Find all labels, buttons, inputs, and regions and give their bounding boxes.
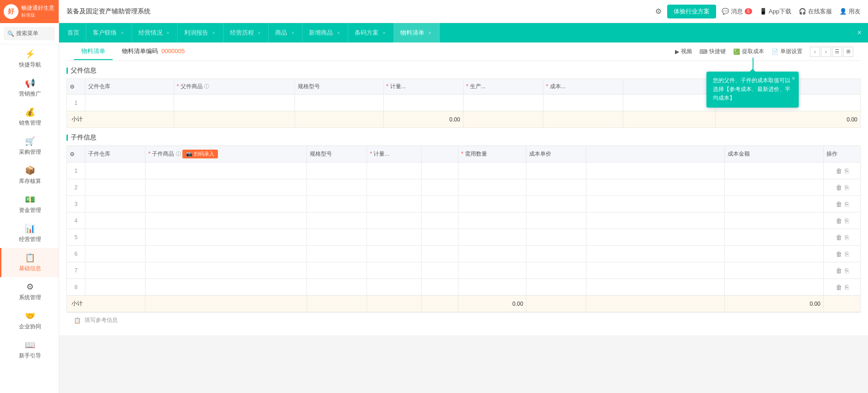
- tab-goods-close[interactable]: ×: [290, 30, 295, 36]
- copy-icon-row-8[interactable]: ⎘: [845, 284, 849, 291]
- tab-profit[interactable]: 利润报告 ×: [178, 23, 223, 42]
- child-row-1-spec[interactable]: [307, 163, 367, 179]
- single-settings-action[interactable]: 📄 单据设置: [772, 48, 802, 55]
- sidebar-item-purchase[interactable]: 🛒 采购管理: [0, 132, 59, 161]
- view-action[interactable]: ▶ 视频: [675, 48, 692, 55]
- sidebar-item-enterprise[interactable]: 🤝 企业协同: [0, 306, 59, 335]
- extract-cost-action[interactable]: 💹 提取成本: [733, 48, 764, 55]
- child-row-4-unit[interactable]: [367, 212, 422, 229]
- delete-icon-row-1[interactable]: 🗑: [836, 167, 842, 175]
- child-row-6-warehouse[interactable]: [85, 246, 145, 262]
- parent-row-1-warehouse[interactable]: [85, 95, 174, 111]
- child-row-2-warehouse[interactable]: [85, 179, 145, 196]
- parent-row-1-product[interactable]: [174, 95, 295, 111]
- child-row-6-product[interactable]: [145, 246, 307, 262]
- child-row-5-warehouse[interactable]: [85, 229, 145, 246]
- child-row-8-qty[interactable]: [458, 279, 526, 296]
- child-row-3-product[interactable]: [145, 196, 307, 212]
- online-service-item[interactable]: 🎧 在线客服: [799, 7, 832, 16]
- child-row-3-spec[interactable]: [307, 196, 367, 212]
- sidebar-item-system[interactable]: ⚙ 系统管理: [0, 277, 59, 306]
- tab-customer[interactable]: 客户联络 ×: [86, 23, 132, 42]
- delete-icon-row-3[interactable]: 🗑: [836, 200, 842, 208]
- tab-history-close[interactable]: ×: [257, 30, 262, 36]
- tab-barcode[interactable]: 条码方案 ×: [348, 23, 394, 42]
- child-row-7-unit-cost[interactable]: [526, 262, 586, 279]
- close-all-tabs[interactable]: ×: [853, 29, 866, 37]
- delete-icon-row-6[interactable]: 🗑: [836, 250, 842, 258]
- child-row-8-product[interactable]: [145, 279, 307, 296]
- parent-row-1-spec[interactable]: [295, 95, 383, 111]
- child-row-5-unit-cost[interactable]: [526, 229, 586, 246]
- parent-th-gear[interactable]: ⚙: [67, 79, 85, 95]
- copy-icon-row-1[interactable]: ⎘: [845, 167, 849, 175]
- child-row-3-unit-cost[interactable]: [526, 196, 586, 212]
- app-download-item[interactable]: 📱 App下载: [760, 7, 791, 16]
- child-row-6-spec[interactable]: [307, 246, 367, 262]
- menu-button[interactable]: ☰: [832, 47, 842, 57]
- copy-icon-row-5[interactable]: ⎘: [845, 234, 849, 241]
- tab-bom-close[interactable]: ×: [427, 30, 433, 36]
- prev-record-button[interactable]: ‹: [810, 47, 820, 57]
- tab-history[interactable]: 经营历程 ×: [223, 23, 269, 42]
- child-row-2-unit[interactable]: [367, 179, 422, 196]
- copy-icon-row-6[interactable]: ⎘: [845, 250, 849, 258]
- sub-tab-bom[interactable]: 物料清单: [74, 43, 113, 60]
- child-row-4-qty[interactable]: [458, 212, 526, 229]
- sidebar-item-guide[interactable]: 📖 新手引导: [0, 335, 59, 364]
- child-row-5-unit[interactable]: [367, 229, 422, 246]
- tab-goods[interactable]: 商品 ×: [269, 23, 302, 42]
- child-row-8-unit[interactable]: [367, 279, 422, 296]
- child-row-1-unit-cost[interactable]: [526, 163, 586, 179]
- delete-icon-row-7[interactable]: 🗑: [836, 267, 842, 274]
- settings-icon[interactable]: ⚙: [655, 7, 662, 16]
- child-row-1-qty[interactable]: [458, 163, 526, 179]
- delete-icon-row-8[interactable]: 🗑: [836, 284, 842, 291]
- child-row-6-unit[interactable]: [367, 246, 422, 262]
- sidebar-item-quick-nav[interactable]: ⚡ 快捷导航: [0, 44, 59, 73]
- sidebar-item-marketing[interactable]: 📢 营销推广: [0, 73, 59, 103]
- child-row-2-product[interactable]: [145, 179, 307, 196]
- tab-home[interactable]: 首页: [61, 23, 86, 42]
- child-row-6-unit-cost[interactable]: [526, 246, 586, 262]
- parent-row-1-cost[interactable]: [543, 95, 623, 111]
- child-row-5-spec[interactable]: [307, 229, 367, 246]
- delete-icon-row-5[interactable]: 🗑: [836, 234, 842, 241]
- child-row-1-product[interactable]: [145, 163, 307, 179]
- copy-icon-row-3[interactable]: ⎘: [845, 200, 849, 208]
- child-row-5-qty[interactable]: [458, 229, 526, 246]
- child-row-5-product[interactable]: [145, 229, 307, 246]
- tab-add-goods[interactable]: 新增商品 ×: [302, 23, 348, 42]
- copy-icon-row-4[interactable]: ⎘: [845, 217, 849, 224]
- trial-button[interactable]: 体验行业方案: [667, 5, 716, 18]
- parent-row-1-production[interactable]: [463, 95, 543, 111]
- child-row-3-warehouse[interactable]: [85, 196, 145, 212]
- child-row-7-warehouse[interactable]: [85, 262, 145, 279]
- tab-add-goods-close[interactable]: ×: [336, 30, 341, 36]
- tab-operation-close[interactable]: ×: [165, 30, 171, 36]
- scan-input-button[interactable]: 📷 扫码录入: [182, 150, 218, 158]
- sidebar-item-basic-info[interactable]: 📋 基础信息: [0, 248, 59, 277]
- tooltip-close-button[interactable]: ×: [792, 74, 795, 83]
- tab-barcode-close[interactable]: ×: [381, 30, 387, 36]
- delete-icon-row-2[interactable]: 🗑: [836, 184, 842, 191]
- child-row-4-product[interactable]: [145, 212, 307, 229]
- next-record-button[interactable]: ›: [821, 47, 831, 57]
- child-row-2-unit-cost[interactable]: [526, 179, 586, 196]
- child-row-4-unit-cost[interactable]: [526, 212, 586, 229]
- child-row-3-unit[interactable]: [367, 196, 422, 212]
- child-row-2-qty[interactable]: [458, 179, 526, 196]
- expand-button[interactable]: ⊞: [843, 47, 853, 57]
- child-row-1-unit[interactable]: [367, 163, 422, 179]
- child-row-7-product[interactable]: [145, 262, 307, 279]
- sidebar-item-sales[interactable]: 💰 销售管理: [0, 103, 59, 132]
- child-row-8-warehouse[interactable]: [85, 279, 145, 296]
- user-item[interactable]: 👤 用友: [839, 7, 861, 16]
- shortcut-action[interactable]: ⌨ 快捷键: [699, 48, 726, 55]
- sidebar-item-finance[interactable]: 💵 资金管理: [0, 190, 59, 219]
- child-row-2-spec[interactable]: [307, 179, 367, 196]
- child-row-7-unit[interactable]: [367, 262, 422, 279]
- child-row-7-spec[interactable]: [307, 262, 367, 279]
- sidebar-item-inventory[interactable]: 📦 库存核算: [0, 161, 59, 190]
- sidebar-item-management[interactable]: 📊 经营管理: [0, 219, 59, 248]
